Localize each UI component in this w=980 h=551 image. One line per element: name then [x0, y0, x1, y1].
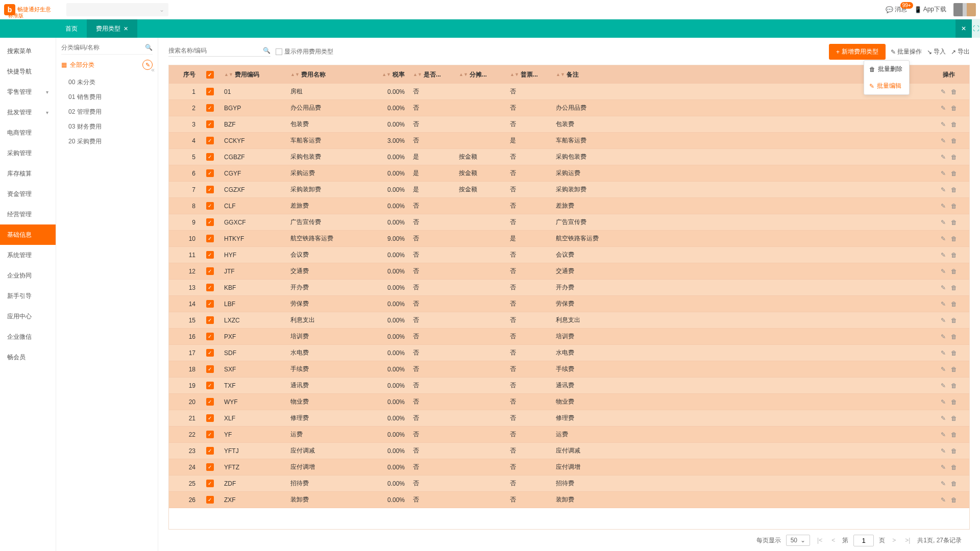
table-row[interactable]: 15✓LXZC利息支出0.00%否否利息支出✎🗑	[169, 312, 969, 329]
table-row[interactable]: 1✓01房租0.00%否否✎🗑	[169, 84, 969, 100]
delete-row-button[interactable]: 🗑	[951, 366, 957, 373]
edit-row-button[interactable]: ✎	[941, 235, 946, 242]
delete-row-button[interactable]: 🗑	[951, 186, 957, 193]
table-row[interactable]: 3✓BZF包装费0.00%否否包装费✎🗑	[169, 116, 969, 133]
table-row[interactable]: 5✓CGBZF采购包装费0.00%是按金额否采购包装费✎🗑	[169, 149, 969, 165]
table-row[interactable]: 6✓CGYF采购运费0.00%是按金额否采购运费✎🗑	[169, 165, 969, 182]
category-item-4[interactable]: 20 采购费用	[68, 134, 153, 149]
edit-row-button[interactable]: ✎	[941, 366, 946, 373]
delete-row-button[interactable]: 🗑	[951, 431, 957, 438]
edit-row-button[interactable]: ✎	[941, 480, 946, 487]
table-row[interactable]: 25✓ZDF招待费0.00%否否招待费✎🗑	[169, 475, 969, 492]
col-bool2[interactable]: ▲▼普票...	[506, 65, 552, 84]
delete-row-button[interactable]: 🗑	[951, 398, 957, 406]
delete-row-button[interactable]: 🗑	[951, 121, 957, 128]
edit-row-button[interactable]: ✎	[941, 447, 946, 455]
sidebar-item-14[interactable]: 企业微信	[0, 327, 56, 347]
import-button[interactable]: ↘导入	[927, 47, 946, 56]
row-checkbox[interactable]: ✓	[200, 492, 220, 508]
row-checkbox[interactable]: ✓	[200, 459, 220, 475]
table-row[interactable]: 21✓XLF修理费0.00%否否修理费✎🗑	[169, 410, 969, 427]
col-select-all[interactable]: ✓	[200, 65, 220, 84]
row-checkbox[interactable]: ✓	[200, 116, 220, 132]
add-expense-type-button[interactable]: +新增费用类型	[829, 44, 886, 60]
delete-row-button[interactable]: 🗑	[951, 447, 957, 455]
next-page-button[interactable]: >	[890, 537, 898, 544]
last-page-button[interactable]: >|	[903, 537, 912, 544]
delete-row-button[interactable]: 🗑	[951, 137, 957, 144]
col-bool1[interactable]: ▲▼是否...	[409, 65, 455, 84]
table-row[interactable]: 24✓YFTZ应付调增0.00%否否应付调增✎🗑	[169, 459, 969, 475]
edit-row-button[interactable]: ✎	[941, 121, 946, 128]
fullscreen-button[interactable]: ⛶	[972, 19, 980, 38]
row-checkbox[interactable]: ✓	[200, 214, 220, 230]
close-all-tabs-button[interactable]: ✕	[955, 19, 972, 38]
delete-row-button[interactable]: 🗑	[951, 154, 957, 161]
delete-row-button[interactable]: 🗑	[951, 105, 957, 112]
org-selector[interactable]: ⌄	[66, 3, 168, 16]
prev-page-button[interactable]: <	[829, 537, 837, 544]
delete-row-button[interactable]: 🗑	[951, 219, 957, 226]
search-icon[interactable]: 🔍	[263, 47, 271, 54]
table-row[interactable]: 18✓SXF手续费0.00%否否手续费✎🗑	[169, 361, 969, 378]
table-row[interactable]: 11✓HYF会议费0.00%否否会议费✎🗑	[169, 247, 969, 263]
delete-row-button[interactable]: 🗑	[951, 300, 957, 308]
table-row[interactable]: 26✓ZXF装卸费0.00%否否装卸费✎🗑	[169, 492, 969, 508]
col-name[interactable]: ▲▼费用名称	[286, 65, 368, 84]
sidebar-item-12[interactable]: 新手引导	[0, 286, 56, 306]
delete-row-button[interactable]: 🗑	[951, 464, 957, 471]
edit-row-button[interactable]: ✎	[941, 105, 946, 112]
edit-row-button[interactable]: ✎	[941, 464, 946, 471]
category-item-0[interactable]: 00 未分类	[68, 75, 153, 90]
edit-row-button[interactable]: ✎	[941, 252, 946, 259]
delete-row-button[interactable]: 🗑	[951, 480, 957, 487]
table-row[interactable]: 14✓LBF劳保费0.00%否否劳保费✎🗑	[169, 296, 969, 312]
delete-row-button[interactable]: 🗑	[951, 333, 957, 340]
delete-row-button[interactable]: 🗑	[951, 415, 957, 422]
row-checkbox[interactable]: ✓	[200, 296, 220, 312]
table-row[interactable]: 8✓CLF差旅费0.00%否否差旅费✎🗑	[169, 198, 969, 214]
tab-expense-type[interactable]: 费用类型 ✕	[87, 19, 137, 38]
category-item-1[interactable]: 01 销售费用	[68, 90, 153, 105]
first-page-button[interactable]: |<	[815, 537, 824, 544]
table-row[interactable]: 9✓GGXCF广告宣传费0.00%否否广告宣传费✎🗑	[169, 214, 969, 231]
sidebar-item-9[interactable]: 基础信息	[0, 224, 56, 245]
delete-row-button[interactable]: 🗑	[951, 317, 957, 324]
row-checkbox[interactable]: ✓	[200, 394, 220, 410]
row-checkbox[interactable]: ✓	[200, 427, 220, 442]
row-checkbox[interactable]: ✓	[200, 231, 220, 246]
category-all-label[interactable]: 全部分类	[70, 61, 94, 69]
sidebar-item-5[interactable]: 采购管理	[0, 143, 56, 163]
edit-row-button[interactable]: ✎	[941, 496, 946, 504]
edit-row-button[interactable]: ✎	[941, 349, 946, 357]
delete-row-button[interactable]: 🗑	[951, 170, 957, 177]
edit-row-button[interactable]: ✎	[941, 170, 946, 177]
table-row[interactable]: 19✓TXF通讯费0.00%否否通讯费✎🗑	[169, 378, 969, 394]
row-checkbox[interactable]: ✓	[200, 182, 220, 197]
delete-row-button[interactable]: 🗑	[951, 349, 957, 357]
delete-row-button[interactable]: 🗑	[951, 382, 957, 389]
batch-delete-item[interactable]: 🗑批量删除	[864, 61, 909, 78]
sidebar-item-0[interactable]: 搜索菜单	[0, 41, 56, 61]
row-checkbox[interactable]: ✓	[200, 280, 220, 295]
col-alloc[interactable]: ▲▼分摊...	[455, 65, 506, 84]
table-row[interactable]: 12✓JTF交通费0.00%否否交通费✎🗑	[169, 263, 969, 280]
category-item-2[interactable]: 02 管理费用	[68, 105, 153, 119]
edit-row-button[interactable]: ✎	[941, 268, 946, 275]
edit-row-button[interactable]: ✎	[941, 317, 946, 324]
row-checkbox[interactable]: ✓	[200, 443, 220, 459]
category-search-input[interactable]	[61, 44, 145, 51]
category-item-3[interactable]: 03 财务费用	[68, 119, 153, 134]
row-checkbox[interactable]: ✓	[200, 345, 220, 361]
avatar[interactable]	[953, 3, 976, 16]
edit-row-button[interactable]: ✎	[941, 203, 946, 210]
edit-row-button[interactable]: ✎	[941, 382, 946, 389]
row-checkbox[interactable]: ✓	[200, 329, 220, 344]
edit-row-button[interactable]: ✎	[941, 398, 946, 406]
delete-row-button[interactable]: 🗑	[951, 496, 957, 504]
table-row[interactable]: 23✓YFTJ应付调减0.00%否否应付调减✎🗑	[169, 443, 969, 459]
table-row[interactable]: 10✓HTKYF航空铁路客运费9.00%否是航空铁路客运费✎🗑	[169, 231, 969, 247]
table-row[interactable]: 4✓CCKYF车船客运费3.00%否是车船客运费✎🗑	[169, 133, 969, 149]
close-icon[interactable]: ✕	[124, 26, 128, 32]
delete-row-button[interactable]: 🗑	[951, 268, 957, 275]
